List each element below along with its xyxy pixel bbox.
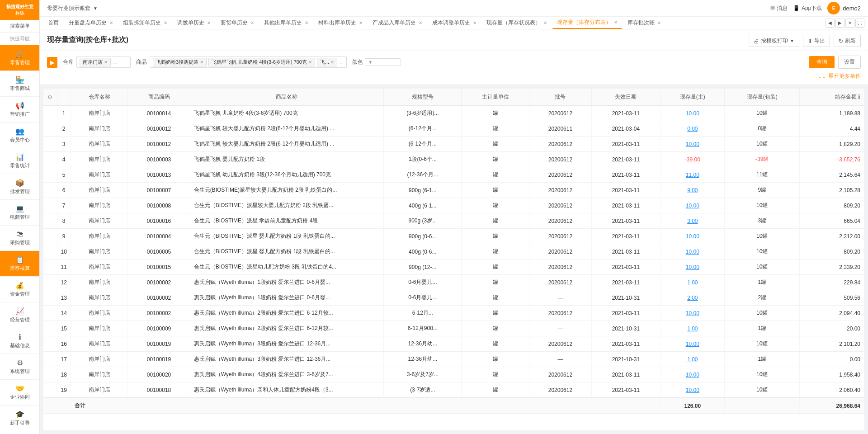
cell-stock-main[interactable]: -39.00 <box>660 152 725 167</box>
tab-close-icon[interactable]: ✕ <box>359 20 363 25</box>
tab-material-out[interactable]: 材料出库单历史 ✕ <box>314 17 367 28</box>
print-template-btn[interactable]: 🖨 按模板打印 ▼ <box>749 35 799 47</box>
warehouse-tag-container[interactable]: 南岸门店 ✕ ... <box>76 57 131 68</box>
sidebar-item-enterprise[interactable]: 🤝 企业协同 <box>0 380 39 406</box>
product-tag-container[interactable]: 飞鹤奶粉3段两提装 ✕ 飞鹤星飞帆 儿童奶粉 4段(3-6岁适用) 700克 ✕… <box>150 57 347 68</box>
tab-inventory-dist[interactable]: 现存量（库存分布表） ✕ <box>552 17 622 29</box>
app-logo[interactable]: 畅捷通好生意 标版 <box>0 0 39 20</box>
sidebar-item-finance[interactable]: 💰 资金管理 <box>0 277 39 302</box>
cell-stock-main[interactable]: 10.00 <box>660 198 725 213</box>
th-index <box>57 89 71 106</box>
color-tag-container[interactable]: ▼ <box>365 58 401 66</box>
cell-stock-main[interactable]: 11.00 <box>660 167 725 183</box>
tab-close-icon[interactable]: ✕ <box>305 20 308 25</box>
sidebar-item-retail-stats[interactable]: 📊 零售统计 <box>0 148 39 174</box>
table-row: 12 南岸门店 00100002 惠氏启赋（Wyeth illuma）1段奶粉 … <box>43 275 864 290</box>
cell-index: 15 <box>57 321 71 336</box>
message-btn[interactable]: ✉ 消息 <box>770 5 788 12</box>
sidebar-item-retail[interactable]: 🛒 零售管理 <box>0 45 39 71</box>
settings-btn[interactable]: 设置 <box>838 56 861 69</box>
tab-disassemble[interactable]: 组装拆卸单历史 ✕ <box>118 17 172 28</box>
tab-split-inventory[interactable]: 分量盘点单历史 ✕ <box>64 17 118 28</box>
cell-balance: 809.20 <box>800 244 864 259</box>
cell-stock-main[interactable]: 1.00 <box>660 275 725 290</box>
tab-close-icon[interactable]: ✕ <box>543 20 547 25</box>
operations-icon: 📈 <box>2 307 38 316</box>
cell-index: 14 <box>57 306 71 321</box>
refresh-btn[interactable]: ↻ 刷新 <box>834 35 861 47</box>
sidebar-item-appstore[interactable]: 📱 应用中心 <box>0 431 39 434</box>
inventory-icon: 📋 <box>2 255 38 264</box>
cell-index: 2 <box>57 121 71 137</box>
product-tag-close-2[interactable]: ✕ <box>308 60 312 65</box>
tab-cost-adjust[interactable]: 成本调整单历史 ✕ <box>428 17 481 28</box>
app-download-btn[interactable]: 📱 App下载 <box>793 5 822 12</box>
cell-expire: 2021-03-11 <box>591 382 660 398</box>
th-settings[interactable]: ⚙ <box>43 89 57 106</box>
tab-close-icon[interactable]: ✕ <box>473 20 476 25</box>
sidebar-item-marketing[interactable]: 📢 营销推广 <box>0 97 39 123</box>
sidebar-item-guide[interactable]: 🎓 新手引导 <box>0 406 39 431</box>
cell-stock-main[interactable]: 10.00 <box>660 229 725 244</box>
tab-other-out[interactable]: 其他出库单历史 ✕ <box>259 17 313 28</box>
tab-close-icon[interactable]: ✕ <box>419 20 422 25</box>
cell-balance: 0.00 <box>800 352 864 367</box>
cell-stock-main[interactable]: 10.00 <box>660 306 725 321</box>
cell-warehouse: 南岸门店 <box>71 306 128 321</box>
filter-expand-btn[interactable]: ▶ <box>47 57 57 68</box>
warehouse-tag-close[interactable]: ✕ <box>104 60 108 65</box>
cell-stock-main[interactable]: 0.00 <box>660 121 725 137</box>
table-row: 11 南岸门店 00100015 合生元（BIOSTIME）派星幼儿配方奶粉 3… <box>43 259 864 275</box>
sidebar-search[interactable]: 搜索菜单 <box>0 20 39 33</box>
tab-close-all-btn[interactable]: ✕ <box>845 19 854 28</box>
tab-close-icon[interactable]: ✕ <box>109 20 113 25</box>
tab-inventory-status[interactable]: 现存量（库存状况表） ✕ <box>482 17 552 28</box>
cell-stock-main[interactable]: 10.00 <box>660 137 725 152</box>
user-area[interactable]: E demo2 <box>827 2 861 14</box>
tab-prev-btn[interactable]: ◀ <box>826 19 835 28</box>
sidebar-item-system[interactable]: ⚙ 系统管理 <box>0 354 39 380</box>
tab-close-icon[interactable]: ✕ <box>250 20 254 25</box>
cell-stock-main[interactable]: 2.00 <box>660 290 725 306</box>
tab-close-icon[interactable]: ✕ <box>207 20 211 25</box>
tab-batch-voucher[interactable]: 库存批次账 ✕ <box>623 17 665 28</box>
color-filter: 颜色 ▼ <box>352 58 401 66</box>
sidebar-item-basic[interactable]: ℹ 基础信息 <box>0 328 39 354</box>
cell-stock-main[interactable]: 9.00 <box>660 183 725 198</box>
tab-next-btn[interactable]: ▶ <box>835 19 844 28</box>
product-tag-close-3[interactable]: ✕ <box>330 60 334 65</box>
tab-close-icon[interactable]: ✕ <box>657 20 661 25</box>
sidebar-item-member[interactable]: 👥 会员中心 <box>0 123 39 148</box>
cell-stock-main[interactable]: 10.00 <box>660 336 725 352</box>
query-btn[interactable]: 查询 <box>809 56 835 68</box>
table-row: 14 南岸门店 00100002 惠氏启赋（Wyeth illuma）2段奶粉 … <box>43 306 864 321</box>
tab-home[interactable]: 首页 <box>43 17 63 28</box>
tab-close-icon[interactable]: ✕ <box>614 20 618 25</box>
sidebar-item-operations[interactable]: 📈 经营管理 <box>0 302 39 328</box>
export-btn[interactable]: ⬆ 导出 <box>803 35 830 47</box>
cell-stock-main[interactable]: 1.00 <box>660 321 725 336</box>
sidebar-item-purchase[interactable]: 🛍 采购管理 <box>0 226 39 251</box>
cell-stock-main[interactable]: 10.00 <box>660 259 725 275</box>
cell-stock-main[interactable]: 1.00 <box>660 352 725 367</box>
sidebar-item-ecommerce[interactable]: 💻 电商管理 <box>0 200 39 226</box>
cell-stock-main[interactable]: 3.00 <box>660 213 725 229</box>
tab-mix[interactable]: 调拨单历史 ✕ <box>173 17 215 28</box>
product-tag-close-1[interactable]: ✕ <box>200 60 203 65</box>
sidebar-item-inventory[interactable]: 📋 库存核算 <box>0 251 39 277</box>
sidebar-item-wholesale[interactable]: 📦 批发管理 <box>0 174 39 200</box>
expand-more-btn[interactable]: ⌄⌄ 展开更多条件 <box>817 72 861 80</box>
cell-stock-main[interactable]: 10.00 <box>660 367 725 382</box>
cell-stock-main[interactable]: 10.00 <box>660 382 725 398</box>
sidebar-item-retail-shop[interactable]: 🏪 零售商城 <box>0 71 39 97</box>
cell-stock-main[interactable]: 10.00 <box>660 244 725 259</box>
tab-maximize-btn[interactable]: ⛶ <box>855 19 864 28</box>
quick-nav[interactable]: 快捷导航 <box>0 33 39 45</box>
tab-close-icon[interactable]: ✕ <box>164 20 167 25</box>
cell-stock-main[interactable]: 10.00 <box>660 106 725 121</box>
tab-requisition[interactable]: 要货单历史 ✕ <box>216 17 259 28</box>
column-settings-icon[interactable]: ⚙ <box>47 94 52 100</box>
account-dropdown[interactable]: 母婴行业演示账套 ▼ <box>47 5 98 12</box>
cell-stock-pkg: 0罐 <box>725 121 800 137</box>
tab-product-in[interactable]: 产成品入库单历史 ✕ <box>368 17 427 28</box>
